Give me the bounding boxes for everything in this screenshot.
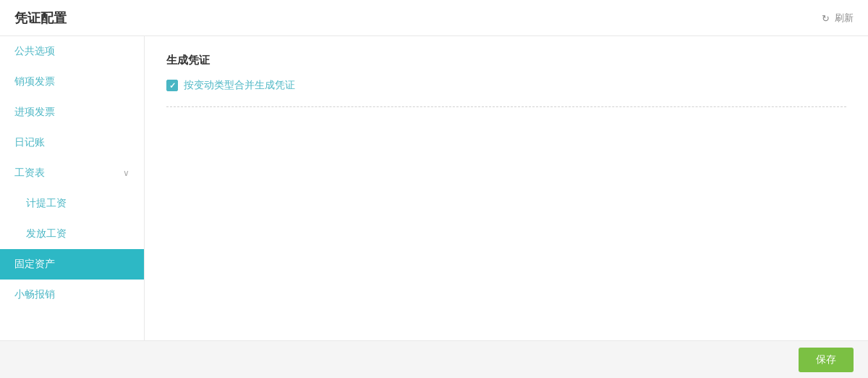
content-area: 生成凭证 按变动类型合并生成凭证 bbox=[145, 36, 868, 340]
sidebar-item-label: 进项发票 bbox=[14, 106, 55, 119]
sidebar-item-public[interactable]: 公共选项 bbox=[0, 36, 144, 67]
refresh-icon: ↻ bbox=[822, 13, 832, 23]
header: 凭证配置 ↻ 刷新 bbox=[0, 0, 868, 36]
sidebar: 公共选项销项发票进项发票日记账工资表∨计提工资发放工资固定资产小畅报销 bbox=[0, 36, 145, 340]
save-button[interactable]: 保存 bbox=[799, 348, 854, 372]
merge-checkbox[interactable] bbox=[166, 80, 178, 91]
sidebar-item-fixed-assets[interactable]: 固定资产 bbox=[0, 249, 144, 280]
sidebar-item-label: 销项发票 bbox=[14, 75, 55, 88]
divider bbox=[166, 106, 846, 107]
sidebar-item-purchase-invoice[interactable]: 进项发票 bbox=[0, 97, 144, 127]
section-title: 生成凭证 bbox=[166, 54, 846, 67]
main-layout: 公共选项销项发票进项发票日记账工资表∨计提工资发放工资固定资产小畅报销 生成凭证… bbox=[0, 36, 868, 340]
sidebar-item-pay-payroll[interactable]: 发放工资 bbox=[0, 219, 144, 249]
checkbox-label: 按变动类型合并生成凭证 bbox=[184, 79, 295, 92]
sidebar-item-label: 固定资产 bbox=[14, 258, 55, 271]
sidebar-item-label: 公共选项 bbox=[14, 45, 55, 58]
chevron-down-icon: ∨ bbox=[123, 168, 129, 178]
sidebar-item-label: 工资表 bbox=[14, 167, 45, 180]
sidebar-item-label: 小畅报销 bbox=[14, 288, 55, 301]
sidebar-item-label: 日记账 bbox=[14, 136, 45, 149]
page-title: 凭证配置 bbox=[14, 9, 67, 27]
sidebar-item-diary[interactable]: 日记账 bbox=[0, 127, 144, 158]
refresh-button[interactable]: ↻ 刷新 bbox=[822, 12, 854, 25]
sidebar-item-calc-payroll[interactable]: 计提工资 bbox=[0, 188, 144, 219]
checkbox-row: 按变动类型合并生成凭证 bbox=[166, 79, 846, 92]
sidebar-item-payroll[interactable]: 工资表∨ bbox=[0, 158, 144, 188]
sidebar-item-label: 发放工资 bbox=[26, 227, 67, 240]
sidebar-item-expense[interactable]: 小畅报销 bbox=[0, 280, 144, 310]
refresh-label: 刷新 bbox=[835, 12, 854, 25]
footer: 保存 bbox=[0, 340, 868, 378]
sidebar-item-sales-invoice[interactable]: 销项发票 bbox=[0, 67, 144, 97]
sidebar-item-label: 计提工资 bbox=[26, 197, 67, 210]
